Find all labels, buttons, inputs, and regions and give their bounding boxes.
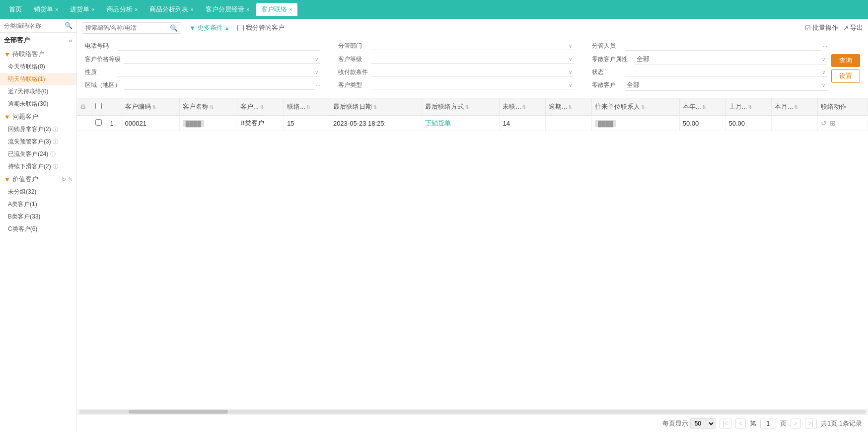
sidebar-search-input[interactable] (4, 22, 63, 29)
filter-price-select[interactable]: ∨ (124, 56, 320, 64)
export-btn[interactable]: ↗ 导出 (843, 23, 863, 32)
nav-close-product-analysis[interactable]: × (135, 6, 138, 12)
col-last-contact-method[interactable]: 最后联络方式⇅ (422, 98, 500, 116)
nav-product-analysis-list[interactable]: 商品分析列表 × (145, 3, 198, 16)
page-number-input[interactable] (760, 419, 776, 429)
setting-button[interactable]: 设置 (831, 69, 860, 83)
date-sort-icon: ⇅ (373, 104, 377, 110)
filter-cust-level-label: 客户等级 (338, 55, 368, 64)
page-suffix: 页 (780, 419, 787, 428)
customer-table: ⚙ 客户编码⇅ 客户名称⇅ 客户...⇅ (77, 98, 868, 131)
nav-purchase-order[interactable]: 进货单 × (65, 3, 99, 16)
sidebar-item-churn-warning[interactable]: 流失预警客户(3) ⓘ (0, 136, 76, 148)
first-page-btn[interactable]: |< (720, 419, 731, 429)
person-more-icon[interactable]: ··· (823, 43, 827, 49)
nav-close-customer-tier[interactable]: × (246, 6, 249, 12)
nav-close-sales[interactable]: × (55, 6, 58, 12)
action-more-icon[interactable]: ⊞ (830, 119, 836, 127)
sidebar-item-declining[interactable]: 持续下滑客户(2) ⓘ (0, 160, 76, 173)
nav-home[interactable]: 首页 (4, 3, 27, 16)
sidebar-group-problem[interactable]: ▼ 问题客户 (0, 110, 76, 123)
sidebar-item-tomorrow[interactable]: 明天待联络(1) (0, 73, 76, 85)
nav-close-purchase[interactable]: × (91, 6, 94, 12)
filter-retail-cust-select[interactable]: 全部 ∨ (625, 79, 827, 91)
search-icon[interactable]: 🔍 (170, 24, 178, 32)
action-call-icon[interactable]: ↺ (821, 119, 827, 127)
filter-retail-attr-select[interactable]: 全部 ∨ (635, 54, 827, 65)
col-this-year[interactable]: 本年...⇅ (679, 98, 725, 116)
last-method-link[interactable]: 下销货单 (425, 119, 451, 127)
row-code: 000021 (122, 116, 179, 131)
col-contacts[interactable]: 联络...⇅ (284, 98, 330, 116)
filter-retail-cust: 零散客户 全部 ∨ (592, 79, 827, 91)
sidebar-item-today[interactable]: 今天待联络(0) (0, 61, 76, 73)
filter-nature-select[interactable]: ∨ (118, 69, 320, 76)
sidebar-item-a-class[interactable]: A类客户(1) (0, 198, 76, 211)
nav-close-product-list[interactable]: × (190, 6, 193, 12)
filter-phone-input[interactable] (118, 41, 320, 51)
col-this-month[interactable]: 本月...⇅ (772, 98, 818, 116)
filter-more-btn[interactable]: ▼ 更多条件 ▲ (185, 22, 233, 34)
query-button[interactable]: 查询 (831, 54, 860, 67)
row-gear (77, 116, 92, 131)
sidebar-search-icon[interactable]: 🔍 (65, 22, 72, 29)
filter-cust-type-select[interactable]: ∨ (371, 81, 574, 89)
col-last-contact-date[interactable]: 最后联络日期⇅ (330, 98, 422, 116)
filter-payment-select[interactable]: ∨ (371, 69, 574, 76)
nav-sales-order[interactable]: 销货单 × (29, 3, 63, 16)
nav-close-customer-contact[interactable]: × (289, 6, 292, 12)
filter-dept-select[interactable]: ∨ (371, 42, 574, 50)
sidebar-group-pending[interactable]: ▼ 待联络客户 (0, 48, 76, 61)
filter-region-input[interactable] (124, 80, 314, 90)
search-box: 🔍 (82, 22, 181, 34)
value-edit-icon[interactable]: ✎ (68, 176, 72, 183)
my-customers-checkbox[interactable] (237, 25, 244, 31)
sidebar-item-c-class[interactable]: C类客户(6) (0, 223, 76, 235)
select-all-checkbox[interactable] (95, 103, 102, 109)
filter-cust-level-select[interactable]: ∨ (371, 56, 574, 64)
col-last-month[interactable]: 上月...⇅ (725, 98, 772, 116)
col-overdue[interactable]: 逾期...⇅ (546, 98, 592, 116)
region-more-icon[interactable]: ··· (316, 82, 320, 88)
sidebar-item-ungroup[interactable]: 未分组(32) (0, 186, 76, 198)
row-last-method: 下销货单 (422, 116, 500, 131)
search-input[interactable] (85, 24, 168, 31)
col-customer-name[interactable]: 客户名称⇅ (179, 98, 237, 116)
year-sort-icon: ⇅ (702, 104, 706, 110)
sidebar-all-customers[interactable]: 全部客户 « (0, 33, 76, 48)
filter-status-select[interactable]: ∨ (625, 69, 827, 76)
contacts-sort-icon: ⇅ (306, 104, 310, 110)
sidebar-collapse-icon[interactable]: « (69, 37, 72, 44)
scroll-track[interactable] (79, 410, 866, 414)
value-refresh-icon[interactable]: ↻ (62, 176, 66, 183)
content-area: 🔍 ▼ 更多条件 ▲ 我分管的客户 ☑ 批量操作 ↗ 导出 (77, 19, 868, 432)
prev-page-btn[interactable]: < (735, 419, 746, 429)
nav-product-analysis[interactable]: 商品分析 × (102, 3, 143, 16)
row-checkbox[interactable] (95, 119, 102, 126)
sidebar-item-overdue[interactable]: 逾期未联络(30) (0, 98, 76, 110)
filter-row-3: 性质 ∨ 收付款条件 ∨ (85, 68, 827, 76)
retail-attr-chevron-icon: ∨ (822, 57, 825, 62)
scroll-thumb[interactable] (129, 410, 228, 414)
my-customers-checkbox-label[interactable]: 我分管的客户 (237, 23, 285, 32)
last-page-btn[interactable]: >| (805, 419, 817, 429)
col-customer-type[interactable]: 客户...⇅ (237, 98, 284, 116)
table-gear-icon[interactable]: ⚙ (80, 103, 86, 111)
nav-customer-contact[interactable]: 客户联络 × (256, 3, 297, 16)
next-page-btn[interactable]: > (791, 419, 801, 429)
page-size-select[interactable]: 50 100 200 (690, 418, 716, 429)
batch-ops-btn[interactable]: ☑ 批量操作 (805, 23, 838, 32)
sidebar-item-b-class[interactable]: B类客户(33) (0, 211, 76, 223)
sidebar-group-value[interactable]: ▼ 价值客户 ↻ ✎ (0, 173, 76, 186)
nav-customer-tier[interactable]: 客户分层经营 × (201, 3, 254, 16)
col-customer-code[interactable]: 客户编码⇅ (122, 98, 179, 116)
sidebar-item-7days[interactable]: 近7天待联络(0) (0, 85, 76, 98)
col-unit-contact[interactable]: 往来单位联系人⇅ (591, 98, 679, 116)
horizontal-scrollbar[interactable] (77, 409, 868, 415)
sidebar-item-churned[interactable]: 已流失客户(24) ⓘ (0, 148, 76, 160)
triangle-problem: ▼ (4, 113, 10, 121)
toolbar: 🔍 ▼ 更多条件 ▲ 我分管的客户 ☑ 批量操作 ↗ 导出 (77, 19, 868, 37)
col-uncontacted[interactable]: 未联...⇅ (500, 98, 546, 116)
filter-person-input[interactable] (625, 41, 821, 51)
sidebar-item-abnormal-repurchase[interactable]: 回购异常客户(2) ⓘ (0, 123, 76, 136)
